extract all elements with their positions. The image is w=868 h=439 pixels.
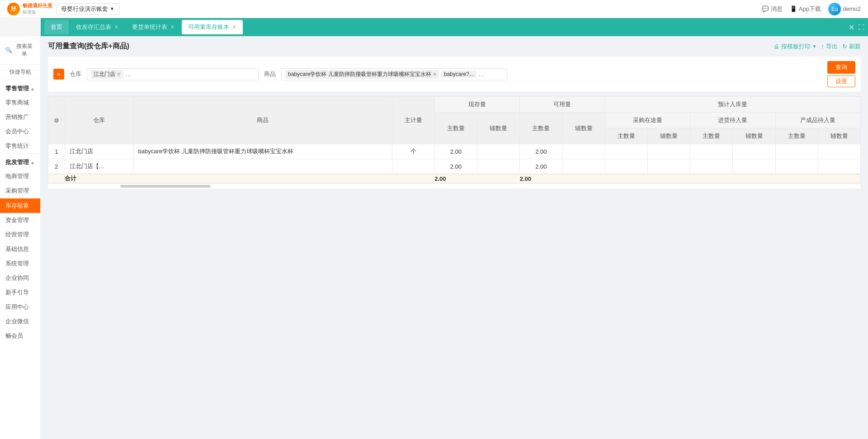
col-available-aux: 辅数量 xyxy=(562,113,605,144)
settings-button[interactable]: 设置 xyxy=(827,76,855,87)
chevron-icon: ▲ xyxy=(30,86,35,91)
quick-nav-button[interactable]: 快捷导航 xyxy=(0,65,40,80)
warehouse-tag: 江北门店 ✕ xyxy=(91,70,123,79)
inventory-table-container: ⚙ 仓库 商品 主计量 现存量 可用量 预计入库量 主数量 辅数量 主数量 辅数… xyxy=(48,96,861,183)
close-all-icon[interactable]: ✕ xyxy=(849,23,854,32)
row-production-main xyxy=(775,159,818,175)
inventory-table: ⚙ 仓库 商品 主计量 现存量 可用量 预计入库量 主数量 辅数量 主数量 辅数… xyxy=(48,97,860,183)
row-available-aux xyxy=(562,159,605,175)
sidebar-item-retail-store[interactable]: 零售商城 xyxy=(0,95,40,110)
product-tag-2: babycare?... xyxy=(441,71,476,78)
warehouse-tag-remove[interactable]: ✕ xyxy=(117,71,121,77)
expand-icon[interactable]: ⛶ xyxy=(858,24,864,31)
logo-icon: 好 xyxy=(7,3,20,15)
tab-receive-summary[interactable]: 收发存汇总表 ✕ xyxy=(70,20,125,34)
nav-tabs: 首页 收发存汇总表 ✕ 要货单统计表 ✕ 可用量库存账本 ✕ ✕ ⛶ xyxy=(41,18,868,36)
table-row: 1 江北门店 babycare学饮杯 儿童防摔防撞吸管杯重力球吸嘴杯宝宝水杯 个… xyxy=(48,144,860,159)
row-incoming-aux xyxy=(733,144,775,159)
tab2-close-icon[interactable]: ✕ xyxy=(170,24,175,30)
col-group-current: 现存量 xyxy=(434,97,519,113)
sidebar-item-enterprise[interactable]: 企业协同 xyxy=(0,271,40,285)
sidebar-item-finance[interactable]: 资金管理 xyxy=(0,213,40,227)
sidebar-item-ecommerce[interactable]: 电商管理 xyxy=(0,169,40,184)
chevron-icon2: ▲ xyxy=(30,160,35,165)
app-icon: 📱 xyxy=(790,5,797,12)
logo-area: 好 畅捷通好生意 标准版 xyxy=(7,2,52,15)
row-purchase-main xyxy=(605,144,647,159)
user-profile[interactable]: Ea demo2 xyxy=(828,3,861,15)
sidebar-item-purchase[interactable]: 采购管理 xyxy=(0,184,40,198)
sidebar-item-retail-stats[interactable]: 零售统计 xyxy=(0,139,40,153)
col-incoming-aux: 辅数量 xyxy=(733,128,775,144)
product-tag-1: babycare学饮杯 儿童防摔防撞吸管杯重力球吸嘴杯宝宝水杯 ✕ xyxy=(285,70,439,79)
store-selector[interactable]: 母婴行业演示账套 ▼ xyxy=(56,3,119,15)
tab-available-inventory[interactable]: 可用量库存账本 ✕ xyxy=(182,20,243,34)
row-incoming-main xyxy=(690,159,733,175)
col-production-main: 主数量 xyxy=(775,128,818,144)
sidebar-item-app-center[interactable]: 应用中心 xyxy=(0,300,40,314)
filter-bar: » 仓库 江北门店 ✕ ... 商品 babycare学饮杯 儿童防摔防撞吸管杯… xyxy=(48,57,861,92)
row-current-main: 2.00 xyxy=(434,159,477,175)
warehouse-filter-input[interactable]: 江北门店 ✕ ... xyxy=(87,68,259,80)
top-bar: 好 畅捷通好生意 标准版 母婴行业演示账套 ▼ 💬 消息 📱 App下载 Ea … xyxy=(0,0,868,18)
sidebar-item-member-center[interactable]: 会员中心 xyxy=(0,124,40,139)
product-filter-input[interactable]: babycare学饮杯 儿童防摔防撞吸管杯重力球吸嘴杯宝宝水杯 ✕ babyca… xyxy=(281,68,507,80)
row-production-main xyxy=(775,144,818,159)
row-product: babycare学饮杯 儿童防摔防撞吸管杯重力球吸嘴杯宝宝水杯 xyxy=(133,144,392,159)
print-chevron-icon: ▼ xyxy=(812,44,817,49)
sidebar-item-member[interactable]: 畅会员 xyxy=(0,329,40,343)
product-tag1-remove[interactable]: ✕ xyxy=(433,71,437,77)
horizontal-scrollbar[interactable] xyxy=(120,185,211,188)
summary-label: 合计 xyxy=(65,174,133,183)
col-group-available: 可用量 xyxy=(520,97,605,113)
col-available-main: 主数量 xyxy=(520,113,562,144)
print-button[interactable]: 🖨 按模板打印 ▼ xyxy=(774,42,817,51)
tab1-close-icon[interactable]: ✕ xyxy=(114,24,118,30)
sidebar-item-system[interactable]: 系统管理 xyxy=(0,256,40,271)
tab3-close-icon[interactable]: ✕ xyxy=(232,24,236,30)
tab-order-stats[interactable]: 要货单统计表 ✕ xyxy=(126,20,181,34)
page-actions: 🖨 按模板打印 ▼ ↑ 导出 ↻ 刷新 xyxy=(774,42,861,51)
row-seq: 2 xyxy=(48,159,65,175)
row-warehouse: 江北门店 xyxy=(65,144,133,159)
sidebar-item-basic-info[interactable]: 基础信息 xyxy=(0,242,40,256)
col-current-main: 主数量 xyxy=(434,113,477,144)
filter-toggle-icon: » xyxy=(57,71,61,78)
product-more-button[interactable]: ... xyxy=(478,70,484,78)
page-header: 可用量查询(按仓库+商品) 🖨 按模板打印 ▼ ↑ 导出 ↻ 刷新 xyxy=(48,42,861,51)
row-current-main: 2.00 xyxy=(434,144,477,159)
col-product-header: 商品 xyxy=(133,97,392,144)
tab-home[interactable]: 首页 xyxy=(44,20,69,34)
sidebar-section-retail: 零售管理 ▲ 零售商城 营销推广 会员中心 零售统计 xyxy=(0,80,40,154)
row-current-aux xyxy=(477,159,520,175)
message-button[interactable]: 💬 消息 xyxy=(762,5,783,13)
page-title: 可用量查询(按仓库+商品) xyxy=(48,42,129,51)
app-download-button[interactable]: 📱 App下载 xyxy=(790,5,821,13)
sidebar-item-inventory[interactable]: 库存核算 xyxy=(0,198,40,213)
sidebar-section-header-wholesale[interactable]: 批发管理 ▲ xyxy=(0,154,40,169)
row-purchase-aux xyxy=(647,159,690,175)
refresh-button[interactable]: ↻ 刷新 xyxy=(842,42,861,51)
filter-toggle-button[interactable]: » xyxy=(53,69,64,80)
query-button[interactable]: 查询 xyxy=(827,61,855,74)
col-settings[interactable]: ⚙ xyxy=(48,97,65,144)
col-unit-header: 主计量 xyxy=(392,97,434,144)
logo-text: 畅捷通好生意 标准版 xyxy=(23,2,52,15)
sidebar-item-wecom[interactable]: 企业微信 xyxy=(0,314,40,329)
sidebar-section-header-retail[interactable]: 零售管理 ▲ xyxy=(0,80,40,95)
row-available-main: 2.00 xyxy=(520,144,562,159)
message-icon: 💬 xyxy=(762,5,769,12)
col-purchase-main: 主数量 xyxy=(605,128,647,144)
search-menu-button[interactable]: 🔍 搜索菜单 xyxy=(4,41,37,60)
warehouse-more-button[interactable]: ... xyxy=(125,70,131,78)
refresh-icon: ↻ xyxy=(842,43,847,50)
row-unit: 个 xyxy=(392,144,434,159)
export-button[interactable]: ↑ 导出 xyxy=(821,42,838,51)
search-icon: 🔍 xyxy=(5,47,12,53)
sidebar-item-marketing[interactable]: 营销推广 xyxy=(0,110,40,124)
col-warehouse-header: 仓库 xyxy=(65,97,133,144)
row-incoming-main xyxy=(690,144,733,159)
sidebar-item-operations[interactable]: 经营管理 xyxy=(0,227,40,242)
tab-controls: ✕ ⛶ xyxy=(849,23,864,32)
sidebar-item-newbie[interactable]: 新手引导 xyxy=(0,285,40,300)
